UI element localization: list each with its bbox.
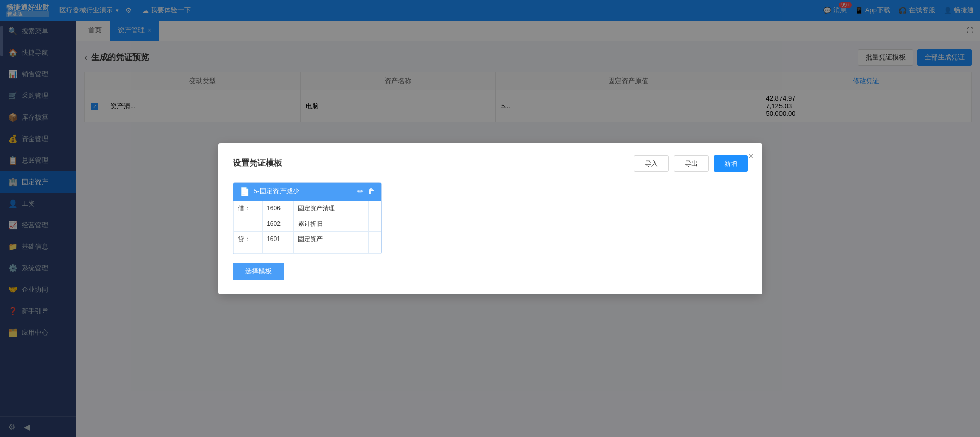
entry-type-3: 贷： bbox=[233, 231, 263, 247]
import-button[interactable]: 导入 bbox=[634, 155, 669, 172]
entry-type-2 bbox=[233, 216, 263, 231]
entry-account-3: 固定资产 bbox=[293, 231, 356, 247]
dialog-close-button[interactable]: × bbox=[748, 151, 754, 162]
new-button[interactable]: 新增 bbox=[714, 155, 748, 172]
template-card-actions: ✏ 🗑 bbox=[357, 187, 375, 195]
app-container: 畅捷通好业财 普及版 医疗器械行业演示 ▾ ⚙ ☁ 我要体验一下 💬 消息 99… bbox=[0, 0, 980, 437]
dialog-header-actions: 导入 导出 新增 bbox=[634, 155, 748, 172]
dialog-title: 设置凭证模板 bbox=[233, 158, 282, 169]
export-button[interactable]: 导出 bbox=[674, 155, 709, 172]
entry-type-1: 借： bbox=[233, 201, 263, 216]
entry-empty-5 bbox=[368, 247, 381, 253]
entry-code-2: 1602 bbox=[263, 216, 293, 231]
template-entry-row-2: 1602 累计折旧 bbox=[233, 216, 381, 231]
entry-account-1: 固定资产清理 bbox=[293, 201, 356, 216]
entry-amount-3 bbox=[356, 231, 368, 247]
select-template-button[interactable]: 选择模板 bbox=[233, 263, 284, 280]
entry-code-3: 1601 bbox=[263, 231, 293, 247]
template-entry-row-4 bbox=[233, 247, 381, 253]
template-area: 📄 5-固定资产减少 ✏ 🗑 借： 1606 bbox=[233, 182, 748, 280]
template-edit-icon[interactable]: ✏ bbox=[357, 187, 364, 195]
template-card-title: 5-固定资产减少 bbox=[254, 187, 353, 196]
entry-amount-1 bbox=[356, 201, 368, 216]
entry-account-2: 累计折旧 bbox=[293, 216, 356, 231]
template-delete-icon[interactable]: 🗑 bbox=[368, 187, 375, 195]
template-doc-icon: 📄 bbox=[239, 187, 250, 196]
template-card-header: 📄 5-固定资产减少 ✏ 🗑 bbox=[233, 183, 381, 201]
entry-empty-4 bbox=[356, 247, 368, 253]
template-entry-row-1: 借： 1606 固定资产清理 bbox=[233, 201, 381, 216]
entry-empty-1 bbox=[233, 247, 263, 253]
entry-extra-1 bbox=[368, 201, 381, 216]
voucher-template-dialog: 设置凭证模板 导入 导出 新增 × 📄 5-固定资产减少 ✏ bbox=[218, 143, 762, 294]
template-entry-row-3: 贷： 1601 固定资产 bbox=[233, 231, 381, 247]
entry-empty-2 bbox=[263, 247, 293, 253]
entry-amount-2 bbox=[356, 216, 368, 231]
entry-empty-3 bbox=[293, 247, 356, 253]
template-card-body: 借： 1606 固定资产清理 1602 累计折旧 bbox=[233, 201, 381, 254]
entry-extra-2 bbox=[368, 216, 381, 231]
entry-code-1: 1606 bbox=[263, 201, 293, 216]
entry-extra-3 bbox=[368, 231, 381, 247]
template-entries-table: 借： 1606 固定资产清理 1602 累计折旧 bbox=[233, 201, 381, 254]
modal-overlay: 设置凭证模板 导入 导出 新增 × 📄 5-固定资产减少 ✏ bbox=[0, 0, 980, 437]
dialog-header: 设置凭证模板 导入 导出 新增 × bbox=[233, 155, 748, 172]
template-card: 📄 5-固定资产减少 ✏ 🗑 借： 1606 bbox=[233, 182, 382, 254]
